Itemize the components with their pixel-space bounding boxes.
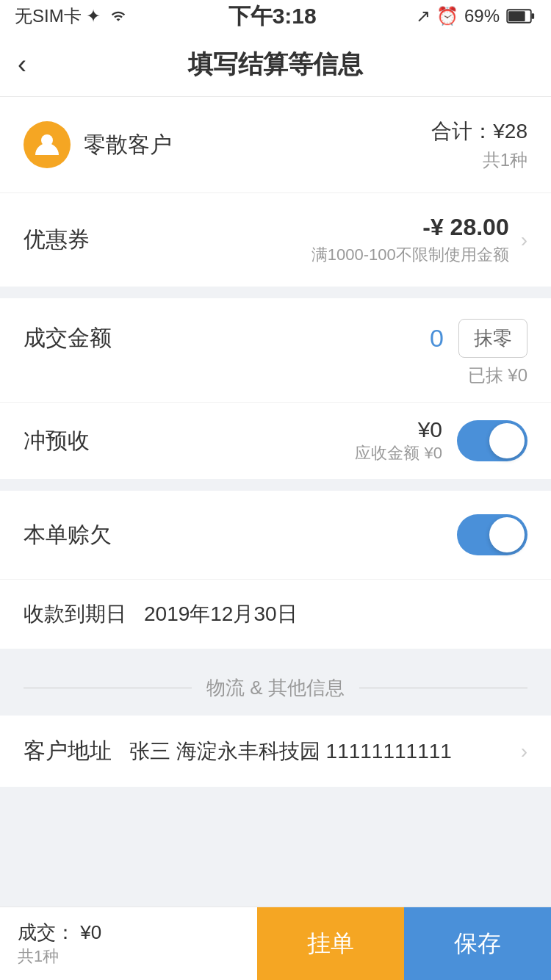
coupon-row[interactable]: 优惠券 -¥ 28.00 满1000-100不限制使用金额 › xyxy=(0,192,551,287)
toggle-circle-debt xyxy=(489,517,525,552)
logistics-label: 物流 & 其他信息 xyxy=(206,675,345,701)
charge-amount: ¥0 xyxy=(355,417,442,442)
svg-rect-1 xyxy=(531,13,534,19)
address-row[interactable]: 客户地址 张三 海淀永丰科技园 11111111111 › xyxy=(0,716,551,787)
logistics-divider: 物流 & 其他信息 xyxy=(0,660,551,716)
deal-section: 成交金额 0 抹零 已抹 ¥0 冲预收 ¥0 应收金额 ¥0 xyxy=(0,298,551,479)
deal-sub-text: 已抹 ¥0 xyxy=(0,364,551,402)
coupon-label: 优惠券 xyxy=(24,225,90,255)
status-right: ↗ ⏰ 69% xyxy=(416,6,536,26)
customer-name: 零散客户 xyxy=(84,130,172,160)
deal-amount-row: 成交金额 0 抹零 xyxy=(0,298,551,364)
due-date-value: 2019年12月30日 xyxy=(144,600,298,628)
hold-button[interactable]: 挂单 xyxy=(257,907,404,980)
address-label: 客户地址 xyxy=(24,736,112,766)
bottom-deal-label: 成交： ¥0 xyxy=(18,920,240,945)
bottom-info: 成交： ¥0 共1种 xyxy=(0,907,257,980)
due-date-label: 收款到期日 xyxy=(24,600,126,628)
save-button[interactable]: 保存 xyxy=(404,907,551,980)
coupon-discount: -¥ 28.00 xyxy=(422,214,508,241)
total-amount: 合计：¥28 xyxy=(431,118,527,145)
svg-rect-2 xyxy=(508,11,525,21)
coupon-desc: 满1000-100不限制使用金额 xyxy=(311,244,509,266)
customer-left: 零散客户 xyxy=(24,121,172,168)
battery-level: 69% xyxy=(464,6,500,26)
deal-amount-label: 成交金额 xyxy=(24,323,112,353)
total-count: 共1种 xyxy=(431,148,527,172)
charge-advance-right: ¥0 应收金额 ¥0 xyxy=(355,417,527,464)
debt-row: 本单赊欠 xyxy=(0,491,551,579)
customer-summary: 合计：¥28 共1种 xyxy=(431,118,527,172)
customer-row: 零散客户 合计：¥28 共1种 xyxy=(0,97,551,192)
debt-label: 本单赊欠 xyxy=(24,520,112,550)
sim-status: 无SIM卡 ✦ xyxy=(15,4,101,28)
charge-advance-label: 冲预收 xyxy=(24,426,90,456)
nav-bar: ‹ 填写结算等信息 xyxy=(0,32,551,97)
customer-section: 零散客户 合计：¥28 共1种 优惠券 -¥ 28.00 满1000-100不限… xyxy=(0,97,551,287)
page-title: 填写结算等信息 xyxy=(188,48,363,82)
charge-advance-toggle[interactable] xyxy=(457,420,527,461)
chevron-right-icon: › xyxy=(521,228,527,252)
charge-amount-block: ¥0 应收金额 ¥0 xyxy=(355,417,442,464)
customer-avatar xyxy=(24,121,71,168)
status-bar: 无SIM卡 ✦ 下午3:18 ↗ ⏰ 69% xyxy=(0,0,551,32)
deal-amount-right: 0 抹零 xyxy=(430,319,527,358)
deal-amount-value: 0 xyxy=(430,324,444,353)
wifi-icon xyxy=(108,9,129,24)
person-icon xyxy=(32,130,62,159)
bottom-deal-count: 共1种 xyxy=(18,945,240,968)
charge-advance-row: 冲预收 ¥0 应收金额 ¥0 xyxy=(0,402,551,479)
bottom-bar: 成交： ¥0 共1种 挂单 保存 xyxy=(0,907,551,980)
charge-sub: 应收金额 ¥0 xyxy=(355,442,442,464)
coupon-right: -¥ 28.00 满1000-100不限制使用金额 › xyxy=(311,214,527,266)
debt-section: 本单赊欠 收款到期日 2019年12月30日 xyxy=(0,491,551,649)
status-left: 无SIM卡 ✦ xyxy=(15,4,129,28)
address-section: 客户地址 张三 海淀永丰科技园 11111111111 › xyxy=(0,716,551,787)
due-date-row[interactable]: 收款到期日 2019年12月30日 xyxy=(0,579,551,649)
status-time: 下午3:18 xyxy=(228,1,317,32)
battery-icon xyxy=(505,9,536,24)
toggle-circle xyxy=(489,423,525,458)
address-value: 张三 海淀永丰科技园 11111111111 xyxy=(129,738,515,765)
debt-toggle[interactable] xyxy=(457,514,527,555)
coupon-info: -¥ 28.00 满1000-100不限制使用金额 xyxy=(311,214,509,266)
location-icon: ↗ xyxy=(416,6,431,26)
back-button[interactable]: ‹ xyxy=(18,49,26,80)
address-chevron-icon: › xyxy=(521,740,527,763)
round-zero-button[interactable]: 抹零 xyxy=(458,319,527,358)
alarm-icon: ⏰ xyxy=(436,6,458,26)
